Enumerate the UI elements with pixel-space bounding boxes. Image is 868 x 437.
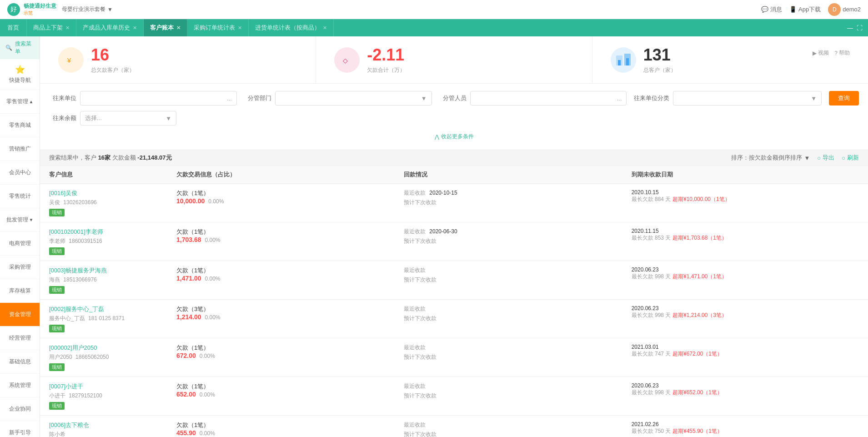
chevron-down-icon: ▼ — [166, 115, 171, 122]
user-menu[interactable]: D demo2 — [828, 3, 861, 16]
app-download-btn[interactable]: 📱 App下载 — [789, 5, 821, 14]
person-input[interactable]: ... — [470, 91, 627, 105]
debt-amount-1[interactable]: 1,703.68 — [176, 236, 201, 243]
overdue-link-1[interactable]: 超期¥1,703.68（1笔） — [672, 235, 727, 241]
customer-info-6: [0006]去下粮仓 陈小希 现销 — [49, 421, 176, 437]
debt-info-5: 欠款（1笔） 652.000.00% — [176, 382, 404, 398]
tab-purchase-product-stats[interactable]: 进货单统计表（按商品） ✕ — [249, 19, 334, 36]
results-actions: 排序：按欠款金额倒序排序 ▼ ○ 导出 ○ 刷新 — [731, 154, 859, 162]
top-bar-left: 好 畅捷通好生意 示范 母婴行业演示套餐 ▼ — [7, 2, 113, 16]
customer-phone-3: 服务中心_丁磊 181 0125 8371 — [49, 315, 176, 322]
debt-amount-3[interactable]: 1,214.00 — [176, 313, 201, 321]
customer-info-0: [0016]吴俊 吴俊 13026203696 现销 — [49, 189, 176, 216]
tab-product-shelf[interactable]: 商品上下架 ✕ — [27, 19, 76, 36]
sidebar-item-ecommerce[interactable]: 电商管理 — [0, 232, 40, 256]
expand-icon[interactable]: ⛶ — [857, 25, 863, 31]
customer-name-4[interactable]: [000002]用户2050 — [49, 344, 176, 352]
close-icon[interactable]: ✕ — [176, 25, 181, 31]
sidebar-item-inventory[interactable]: 库存核算 — [0, 279, 40, 303]
stat-value-1: 16 — [91, 45, 135, 65]
sidebar-item-batch-mgmt[interactable]: 批发管理 ▼ — [0, 208, 40, 232]
tab-customer-account[interactable]: 客户账本 ✕ — [144, 19, 187, 36]
sidebar-item-purchase[interactable]: 采购管理 — [0, 256, 40, 279]
search-button[interactable]: 查询 — [829, 91, 859, 105]
debt-amount-4[interactable]: 672.00 — [176, 352, 196, 359]
customer-name-3[interactable]: [0002]服务中心_丁磊 — [49, 305, 176, 313]
sidebar-item-collab[interactable]: 企业协同 — [0, 397, 40, 421]
overdue-link-4[interactable]: 超期¥672.00（1笔） — [672, 351, 722, 357]
search-menu-btn[interactable]: 🔍 搜索菜单 — [0, 36, 40, 59]
sidebar-item-newbie[interactable]: 新手引导 — [0, 421, 40, 437]
sidebar-item-retail-stats[interactable]: 零售统计 — [0, 185, 40, 208]
debt-amount-6[interactable]: 455.90 — [176, 429, 196, 437]
overdue-link-2[interactable]: 超期¥1,471.00（1笔） — [672, 273, 727, 280]
close-icon[interactable]: ✕ — [133, 25, 137, 31]
top-bar: 好 畅捷通好生意 示范 母婴行业演示套餐 ▼ 💬 消息 📱 App下载 D de… — [0, 0, 868, 19]
tab-production-history[interactable]: 产成品入库单历史 ✕ — [76, 19, 144, 36]
chevron-icon: ▲ — [29, 99, 34, 104]
tab-purchase-stats[interactable]: 采购订单统计表 ✕ — [187, 19, 249, 36]
sidebar-item-system[interactable]: 系统管理 — [0, 374, 40, 397]
sort-button[interactable]: 排序：按欠款金额倒序排序 ▼ — [731, 154, 810, 162]
customer-name-6[interactable]: [0006]去下粮仓 — [49, 421, 176, 429]
svg-text:◇: ◇ — [343, 56, 348, 64]
results-info: 搜索结果中，客户 16家 欠款金额 -21,148.07元 — [49, 154, 172, 162]
svg-text:¥: ¥ — [67, 56, 71, 64]
company-selector[interactable]: 母婴行业演示套餐 ▼ — [62, 5, 113, 13]
close-icon[interactable]: ✕ — [238, 25, 242, 31]
customer-badge-0: 现销 — [49, 209, 65, 216]
close-icon[interactable]: ✕ — [323, 25, 327, 31]
overdue-link-3[interactable]: 超期¥1,214.00（3笔） — [672, 312, 727, 318]
customer-name-0[interactable]: [0016]吴俊 — [49, 189, 176, 197]
filter-item-company: 往来单位 ... — [49, 91, 237, 105]
collapse-btn[interactable]: ⋀ 收起更多条件 — [49, 131, 859, 142]
balance-input[interactable]: 选择... ▼ — [80, 111, 176, 126]
customer-name-5[interactable]: [0007]小进干 — [49, 382, 176, 391]
tab-home[interactable]: 首页 — [0, 19, 27, 36]
stats-row: ¥ 16 总欠款客户（家） ◇ -2.11 欠款合计（万） — [40, 36, 868, 84]
customer-badge-4: 现销 — [49, 363, 65, 371]
overdue-link-5[interactable]: 超期¥652.00（1笔） — [672, 389, 722, 396]
stat-value-3: 131 — [643, 45, 676, 65]
sidebar-item-retail-mall[interactable]: 零售商城 — [0, 114, 40, 137]
logo-text: 畅捷通好生意 示范 — [24, 2, 56, 16]
stat-info-2: -2.11 欠款合计（万） — [367, 45, 405, 74]
sidebar-item-quick-nav[interactable]: ⭐ 快捷导航 — [0, 59, 40, 90]
customer-name-1[interactable]: [0001020001]李老师 — [49, 228, 176, 236]
customer-phone-5: 小进干 18279152100 — [49, 392, 176, 400]
sidebar-item-finance[interactable]: 资金管理 — [0, 303, 40, 326]
category-input[interactable]: ▼ — [673, 91, 822, 105]
chevron-down-icon: ▼ — [107, 6, 113, 13]
overdue-link-0[interactable]: 超期¥10,000.00（1笔） — [672, 196, 730, 202]
table-area: 客户信息 欠款交易信息（占比） 回款情况 到期未收款日期 [0016]吴俊 吴俊… — [40, 166, 868, 437]
dept-input[interactable]: ▼ — [275, 91, 432, 105]
due-info-0: 2020.10.15 最长欠款 884 天 超期¥10,000.00（1笔） — [632, 189, 859, 203]
avatar: D — [828, 3, 841, 16]
refresh-button[interactable]: ○ 刷新 — [842, 154, 859, 162]
debt-amount-2[interactable]: 1,471.00 — [176, 275, 201, 282]
sidebar-item-member[interactable]: 会员中心 — [0, 161, 40, 185]
filter-item-person: 分管人员 ... — [439, 91, 627, 105]
main-content: ¥ 16 总欠款客户（家） ◇ -2.11 欠款合计（万） — [40, 36, 868, 437]
debt-amount-0[interactable]: 10,000.00 — [176, 197, 205, 205]
sidebar-item-retail-mgmt[interactable]: 零售管理 ▲ — [0, 90, 40, 114]
export-button[interactable]: ○ 导出 — [817, 154, 834, 162]
sidebar-item-marketing[interactable]: 营销推广 — [0, 137, 40, 161]
video-btn[interactable]: ▶ 视频 — [813, 49, 829, 57]
sidebar-item-business[interactable]: 经营管理 — [0, 326, 40, 350]
col-header-due: 到期未收款日期 — [632, 171, 859, 179]
table-row: [0007]小进干 小进干 18279152100 现销 欠款（1笔） 652.… — [40, 377, 868, 416]
debt-amount-5[interactable]: 652.00 — [176, 391, 196, 398]
close-icon[interactable]: ✕ — [65, 25, 70, 31]
help-btn[interactable]: ? 帮助 — [834, 49, 850, 57]
overdue-link-6[interactable]: 超期¥455.90（1笔） — [672, 428, 722, 434]
company-input[interactable]: ... — [80, 91, 237, 105]
sidebar-item-basic[interactable]: 基础信息 — [0, 350, 40, 374]
message-btn[interactable]: 💬 消息 — [761, 5, 782, 14]
minimize-icon[interactable]: — — [847, 25, 853, 31]
customer-name-2[interactable]: [0003]畅捷服务尹海燕 — [49, 266, 176, 275]
due-info-5: 2020.06.23 最长欠款 998 天 超期¥652.00（1笔） — [632, 382, 859, 397]
debt-info-6: 欠款（1笔） 455.900.00% — [176, 421, 404, 437]
table-row: [0002]服务中心_丁磊 服务中心_丁磊 181 0125 8371 现销 欠… — [40, 300, 868, 338]
customer-phone-2: 海燕 18513066976 — [49, 276, 176, 284]
